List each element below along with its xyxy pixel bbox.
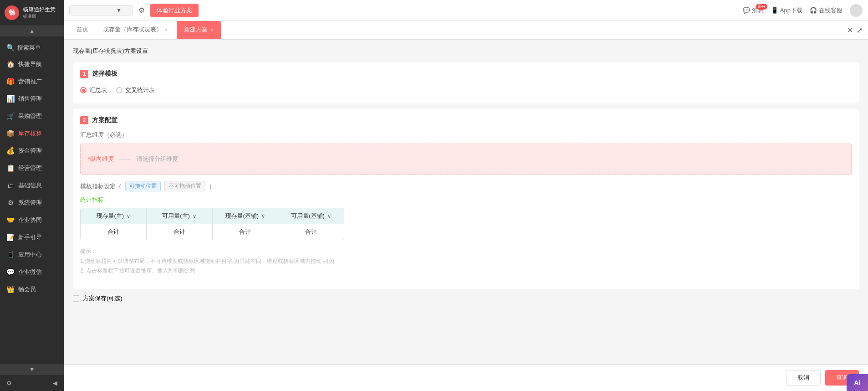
online-service-item[interactable]: 🎧 在线客服 [810,6,842,15]
col3-caret: ∨ [327,213,331,219]
app-center-icon: 📱 [6,251,15,259]
tab-new-scheme-close[interactable]: × [210,27,213,32]
user-avatar[interactable] [850,4,863,17]
draggable-badge: 可拖动位置 [125,181,161,191]
save-checkbox[interactable] [73,295,79,302]
stat-table-section: 统计指标 现存量(主) ∨ 可用量(主) ∨ [80,196,852,240]
radio-summary-dot [80,87,87,93]
sidebar-item-guide[interactable]: 📝 新手引导 [0,229,64,246]
tabs-bar: 首页 现存量（库存状况表） × 新建方案 × ✕ ⤢ [64,21,868,40]
message-item[interactable]: 💬 消息 99+ [743,6,764,15]
stat-col-3[interactable]: 可用量(基辅) ∨ [278,208,344,224]
sidebar-item-search-menu[interactable]: 🔍 搜索菜单 [0,40,64,56]
stat-col-0[interactable]: 现存量(主) ∨ [81,208,147,224]
sidebar: 畅 畅康通好生意 标准版 ▲ 🔍 搜索菜单 🏠 快捷导航 🎁 营销推广 📊 销售… [0,0,64,391]
collapse-icon[interactable]: ◀ [53,380,57,386]
finance-icon: 💰 [6,147,15,155]
ai-float-button[interactable]: Ai [847,374,868,391]
app-download-item[interactable]: 📱 App下载 [771,6,802,15]
sales-icon: 📊 [6,95,15,103]
page-title: 现存量(库存状况表)方案设置 [73,47,859,55]
operations-icon: 📋 [6,164,15,172]
purchase-icon: 🛒 [6,112,15,120]
app-name-text: 畅康通好生意 标准版 [23,6,56,20]
headset-icon: 🎧 [810,7,817,14]
stat-table-header: 现存量(主) ∨ 可用量(主) ∨ 现存量(基辅) ∨ [81,208,344,224]
sidebar-item-marketing[interactable]: 🎁 营销推广 [0,73,64,90]
sidebar-item-wechat[interactable]: 💬 企业微信 [0,263,64,281]
search-menu-icon: 🔍 [6,44,15,52]
dimension-box[interactable]: *纵向维度 —— 请选择分组维度 [80,144,852,175]
panel-expand-btn[interactable]: ⤢ [857,26,863,35]
sidebar-item-member[interactable]: 👑 畅会员 [0,281,64,298]
section2-title: 方案配置 [92,116,117,124]
system-icon: ⚙ [6,199,15,207]
topbar-left: ▼ ⚙ 体验行业方案 [69,4,739,17]
sidebar-item-sales[interactable]: 📊 销售管理 [0,90,64,108]
topbar-right: 💬 消息 99+ 📱 App下载 🎧 在线客服 [743,4,863,17]
basic-info-icon: 🗂 [6,181,15,190]
section-choose-template: 1 选择模板 汇总表 交叉统计表 [73,62,859,103]
non-draggable-badge: 不可拖动位置 [164,181,205,191]
radio-cross[interactable]: 交叉统计表 [116,86,155,94]
tab-expand-controls: ✕ ⤢ [847,26,863,35]
sidebar-item-purchase[interactable]: 🛒 采购管理 [0,108,64,125]
indicator-label: 模板指标设定（ 可拖动位置 不可拖动位置 ） [80,181,852,191]
marketing-icon: 🎁 [6,77,15,86]
save-option-label: 方案保存(可选) [83,294,123,303]
topbar-gear-icon[interactable]: ⚙ [137,4,147,16]
indicator-settings: 模板指标设定（ 可拖动位置 不可拖动位置 ） 统计指标 现存量(主) ∨ [80,181,852,240]
topbar-search-box[interactable]: ▼ [69,5,133,15]
sidebar-item-operations[interactable]: 📋 经营管理 [0,159,64,177]
sidebar-item-app-center[interactable]: 📱 应用中心 [0,246,64,263]
save-option: 方案保存(可选) [73,294,859,303]
page-content: 现存量(库存状况表)方案设置 1 选择模板 汇总表 交叉统计表 2 [64,40,868,364]
tab-home[interactable]: 首页 [69,21,96,39]
settings-icon[interactable]: ⚙ [6,380,12,386]
tab-inventory-status[interactable]: 现存量（库存状况表） × [96,21,175,39]
panel-close-btn[interactable]: ✕ [847,26,853,35]
main-area: ▼ ⚙ 体验行业方案 💬 消息 99+ 📱 App下载 🎧 在线客服 首页 [64,0,868,391]
sidebar-item-system[interactable]: ⚙ 系统管理 [0,194,64,211]
section1-num: 1 [80,70,88,78]
sidebar-item-inventory[interactable]: 📦 库存核算 [0,125,64,142]
sidebar-nav: 🔍 搜索菜单 🏠 快捷导航 🎁 营销推广 📊 销售管理 🛒 采购管理 📦 库存核… [0,36,64,364]
section1-header: 1 选择模板 [80,70,852,78]
stat-col-2[interactable]: 现存量(基辅) ∨ [213,208,279,224]
radio-summary[interactable]: 汇总表 [80,86,107,94]
sidebar-item-finance[interactable]: 💰 资金管理 [0,142,64,159]
stat-col-1[interactable]: 可用量(主) ∨ [147,208,213,224]
wechat-icon: 💬 [6,268,15,276]
stat-cell-0-0: 合计 [81,224,147,240]
tab-new-scheme[interactable]: 新建方案 × [177,21,220,39]
guide-icon: 📝 [6,233,15,242]
message-icon: 💬 [743,7,750,14]
sidebar-item-basic-info[interactable]: 🗂 基础信息 [0,177,64,194]
dimension-placeholder: 请选择分组维度 [137,155,178,163]
topbar: ▼ ⚙ 体验行业方案 💬 消息 99+ 📱 App下载 🎧 在线客服 [64,0,868,21]
cancel-button[interactable]: 取消 [786,370,821,386]
cooperation-icon: 🤝 [6,216,15,224]
aggregate-label: 汇总维度（必选） [80,131,852,139]
search-dropdown-icon[interactable]: ▼ [116,7,122,14]
col1-caret: ∨ [193,213,196,219]
section2-header: 2 方案配置 [80,116,852,124]
col2-caret: ∨ [261,213,265,219]
tips: 提示： 1.拖动标题栏可以调整布局，不可跨维度或指标区域拖动栏目字段(只能在同一… [80,247,852,276]
footer-bar: 取消 查询 [64,364,868,391]
sidebar-item-quick-nav[interactable]: 🏠 快捷导航 [0,56,64,73]
dimension-required: *纵向维度 [88,155,114,163]
inventory-icon: 📦 [6,129,15,138]
dimension-separator: —— [119,156,131,163]
trial-btn[interactable]: 体验行业方案 [150,4,199,17]
topbar-search-input[interactable] [73,7,114,14]
sidebar-scroll-down[interactable]: ▼ [0,364,64,375]
tab-inventory-close[interactable]: × [165,27,168,32]
stat-cell-0-1: 合计 [147,224,213,240]
section1-title: 选择模板 [92,70,117,78]
sidebar-logo: 畅 畅康通好生意 标准版 [0,0,64,26]
section2-num: 2 [80,116,88,124]
sidebar-scroll-up[interactable]: ▲ [0,26,64,36]
stat-table: 现存量(主) ∨ 可用量(主) ∨ 现存量(基辅) ∨ [80,208,344,240]
sidebar-item-cooperation[interactable]: 🤝 企业协同 [0,211,64,229]
